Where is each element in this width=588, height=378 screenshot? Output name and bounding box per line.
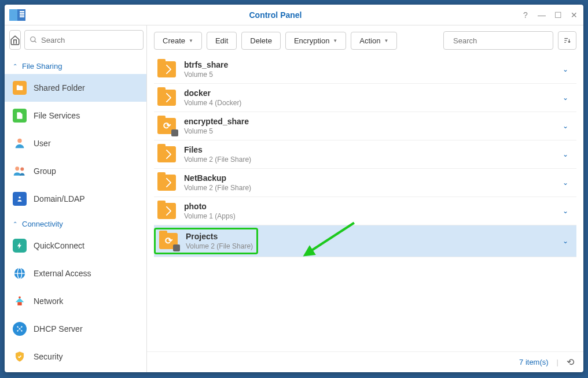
encryption-button[interactable]: Encryption ▼ [285,32,346,50]
sidebar-item-quickconnect[interactable]: QuickConnect [5,232,146,260]
toolbar: Create ▼ Edit Delete Encryption ▼ Action… [147,25,583,55]
folder-name: photo [184,202,236,211]
button-label: Edit [215,36,228,45]
shared-folder-icon [13,81,27,95]
button-label: Action [359,36,380,45]
chevron-down-icon[interactable]: ⌄ [563,207,573,215]
main-content: Create ▼ Edit Delete Encryption ▼ Action… [147,25,583,372]
sidebar-item-group[interactable]: Group [5,157,146,185]
chevron-down-icon[interactable]: ⌄ [563,65,573,73]
folder-location: Volume 1 (Apps) [184,212,236,220]
sidebar-search[interactable] [24,30,144,50]
item-count: 7 item(s) [519,358,549,366]
toolbar-search[interactable] [443,31,553,50]
svg-line-18 [18,329,20,331]
folder-name: Projects [186,232,253,241]
home-button[interactable] [9,30,21,50]
svg-line-19 [20,329,22,331]
folder-icon [157,146,176,162]
section-label: Connectivity [22,220,63,228]
section-file-sharing[interactable]: ⌃ File Sharing [5,55,146,74]
chevron-down-icon[interactable]: ⌄ [563,122,573,130]
search-icon [30,36,38,44]
sidebar-item-file-services[interactable]: File Services [5,102,146,129]
chevron-up-icon: ⌃ [13,221,17,227]
folder-row[interactable]: docker Volume 4 (Docker) ⌄ [154,84,576,112]
folder-list: btrfs_share Volume 5 ⌄ docker Volume 4 (… [147,55,583,351]
lock-badge-icon [171,129,178,136]
folder-location: Volume 2 (File Share) [184,184,251,192]
network-icon [13,294,27,308]
sidebar-item-external-access[interactable]: External Access [5,260,146,287]
section-label: File Sharing [22,62,62,71]
svg-point-0 [31,37,35,42]
sidebar-item-label: File Services [34,111,80,120]
chevron-down-icon[interactable]: ⌄ [563,150,573,158]
chevron-down-icon[interactable]: ⌄ [563,94,573,102]
sort-button[interactable] [558,31,576,50]
create-button[interactable]: Create ▼ [154,32,202,50]
user-icon [13,136,27,150]
section-connectivity[interactable]: ⌃ Connectivity [5,213,146,232]
delete-button[interactable]: Delete [241,32,281,50]
sidebar-item-label: User [34,139,51,148]
folder-encrypted-icon [159,233,178,249]
external-access-icon [13,266,27,280]
folder-name: docker [184,88,241,98]
sort-icon [563,36,571,45]
folder-row[interactable]: btrfs_share Volume 5 ⌄ [154,55,576,84]
folder-icon [157,61,176,77]
folder-name: Files [184,145,251,154]
sidebar-item-label: Domain/LDAP [34,194,85,203]
folder-icon [157,90,176,106]
sidebar-item-label: DHCP Server [34,324,83,333]
sidebar-item-label: Shared Folder [34,83,85,92]
folder-row[interactable]: encrypted_share Volume 5 ⌄ [154,112,576,140]
folder-icon [157,203,176,219]
folder-location: Volume 4 (Docker) [184,99,241,107]
maximize-button[interactable]: ☐ [553,10,563,20]
close-button[interactable]: ✕ [569,10,579,20]
svg-point-5 [19,197,21,199]
folder-icon [157,175,176,191]
minimize-button[interactable]: — [537,10,546,20]
svg-line-16 [18,327,20,329]
sidebar-item-user[interactable]: User [5,129,146,157]
sidebar-item-shared-folder[interactable]: Shared Folder [5,74,146,102]
window-title: Control Panel [30,10,521,20]
sidebar-item-network[interactable]: Network [5,287,146,315]
domain-ldap-icon [13,192,27,206]
sidebar-search-input[interactable] [41,36,138,45]
svg-point-10 [19,297,21,299]
button-label: Create [163,36,185,45]
button-label: Delete [250,36,272,45]
sidebar: ⌃ File Sharing Shared Folder File Servic… [5,25,147,372]
chevron-down-icon[interactable]: ⌄ [563,237,573,245]
sidebar-item-label: Network [34,297,63,306]
caret-down-icon: ▼ [384,38,388,43]
sidebar-item-label: External Access [34,269,91,278]
folder-row[interactable]: NetBackup Volume 2 (File Share) ⌄ [154,169,576,197]
chevron-down-icon[interactable]: ⌄ [563,179,573,187]
folder-row[interactable]: Files Volume 2 (File Share) ⌄ [154,140,576,169]
edit-button[interactable]: Edit [207,32,237,50]
svg-point-4 [20,168,24,171]
refresh-button[interactable]: ⟲ [567,357,574,368]
folder-location: Volume 5 [184,71,228,79]
action-button[interactable]: Action ▼ [351,32,397,50]
sidebar-item-security[interactable]: Security [5,343,146,370]
sidebar-item-dhcp-server[interactable]: DHCP Server [5,315,146,343]
svg-point-3 [15,166,19,171]
chevron-up-icon: ⌃ [13,63,17,69]
home-icon [10,35,20,45]
titlebar: Control Panel ? — ☐ ✕ [5,5,583,25]
group-icon [13,164,27,178]
toolbar-search-input[interactable] [453,36,550,45]
svg-line-17 [20,327,22,329]
folder-row[interactable]: photo Volume 1 (Apps) ⌄ [154,197,576,225]
dhcp-server-icon [13,322,27,336]
security-icon [13,350,27,364]
folder-row-selected[interactable]: Projects Volume 2 (File Share) ⌄ [154,225,576,257]
sidebar-item-domain-ldap[interactable]: Domain/LDAP [5,185,146,213]
help-button[interactable]: ? [521,10,530,20]
